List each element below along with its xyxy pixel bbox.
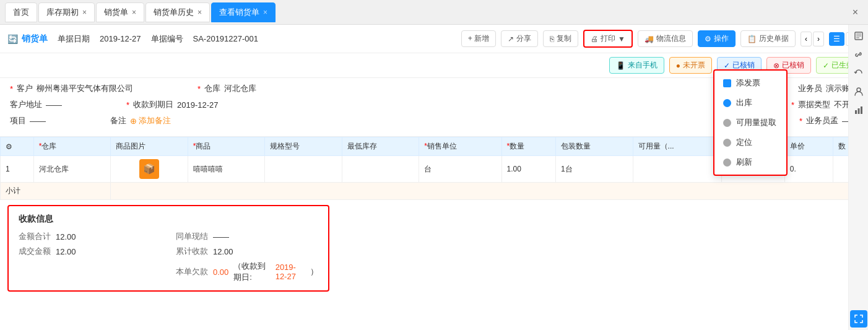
doc-actions: + 新增 ↗ 分享 ⎘ 复制 🖨 打印 ▼ 🚚 物流信息 — [461, 30, 861, 48]
cancel-icon: ⊗ — [773, 61, 779, 70]
payment-info: 收款信息 金额合计 12.00 同单现结 —— 成交金额 12.00 累计收款 … — [7, 205, 329, 292]
gear-icon: ⚙ — [6, 142, 12, 151]
copy-icon: ⎘ — [550, 35, 554, 43]
no-value: SA-20191227-001 — [193, 34, 259, 43]
operate-button[interactable]: ⚙ 操作 — [698, 30, 736, 47]
tab-close-inventory-init[interactable]: × — [82, 8, 87, 17]
col-qty: *数量 — [501, 137, 555, 156]
copy-button[interactable]: ⎘ 复制 — [543, 30, 578, 47]
qty-extract-icon — [723, 119, 731, 127]
address-field: 客户地址 —— — [10, 99, 62, 110]
operate-dropdown: 添发票 出库 可用量提取 定位 刷新 — [713, 69, 788, 176]
from-phone-button[interactable]: 📱 来自手机 — [609, 57, 664, 74]
history-button[interactable]: 📋 历史单据 — [740, 30, 796, 47]
tab-close-sales-order[interactable]: × — [132, 8, 136, 17]
row-qty: 1.00 — [501, 156, 555, 183]
tab-close-sales-history[interactable]: × — [197, 8, 202, 17]
svg-rect-5 — [855, 110, 857, 114]
menu-add-invoice[interactable]: 添发票 — [714, 73, 786, 93]
sidebar-link-icon[interactable] — [850, 46, 867, 63]
view-list-button[interactable]: ☰ — [829, 32, 844, 46]
sidebar-chart-icon[interactable] — [850, 102, 867, 119]
add-invoice-icon — [723, 79, 731, 87]
payment-grid: 金额合计 12.00 同单现结 —— 成交金额 12.00 累计收款 12.00… — [19, 231, 318, 283]
operate-icon: ⚙ — [705, 35, 711, 43]
add-icon: ⊕ — [130, 116, 137, 126]
logistics-button[interactable]: 🚚 物流信息 — [638, 30, 693, 47]
same-order-row: 同单现结 —— — [176, 231, 318, 242]
menu-qty-extract[interactable]: 可用量提取 — [714, 113, 786, 132]
menu-locate[interactable]: 定位 — [714, 132, 786, 152]
row-index: 1 — [1, 156, 34, 183]
row-price: 0. — [784, 156, 833, 183]
print-button[interactable]: 🖨 打印 ▼ — [583, 30, 633, 48]
date-label: 单据日期 — [58, 33, 90, 45]
outbound-icon — [723, 99, 731, 107]
subtotal-label: 小计 — [1, 183, 111, 200]
col-gear: ⚙ — [1, 137, 34, 156]
subtotal-row: 小计 — [1, 183, 868, 200]
refresh-icon — [723, 158, 731, 167]
payment-title: 收款信息 — [19, 214, 318, 225]
ticket-icon: ● — [676, 61, 680, 70]
add-note-button[interactable]: ⊕ 添加备注 — [130, 115, 171, 126]
nav-arrows: ‹ › — [801, 32, 824, 46]
row-unit: 台 — [419, 156, 501, 183]
menu-refresh[interactable]: 刷新 — [714, 152, 786, 172]
note-field: 备注 ⊕ 添加备注 — [110, 115, 171, 126]
tab-close-view-sales-order[interactable]: × — [263, 8, 267, 17]
svg-rect-6 — [857, 108, 859, 114]
check-icon: ✓ — [724, 61, 730, 70]
tab-home[interactable]: 首页 — [5, 2, 37, 22]
row-warehouse: 河北仓库 — [33, 156, 111, 183]
history-icon: 📋 — [747, 35, 757, 43]
effect-icon: ✓ — [823, 61, 829, 70]
row-product: 嘻嘻嘻嘻 — [188, 156, 265, 183]
close-all-button[interactable]: × — [848, 4, 863, 20]
tab-bar: 首页 库存期初 × 销货单 × 销货单历史 × 查看销货单 × × — [0, 0, 868, 25]
doc-icon: 🔄 — [7, 34, 18, 44]
sidebar-refresh-icon[interactable] — [850, 64, 867, 82]
not-open-button[interactable]: ● 未开票 — [669, 57, 712, 74]
share-button[interactable]: ↗ 分享 — [501, 30, 538, 47]
tab-inventory-init[interactable]: 库存期初 × — [38, 2, 95, 22]
new-button[interactable]: + 新增 — [461, 30, 496, 47]
col-spec: 规格型号 — [265, 137, 342, 156]
doc-title: 🔄 销货单 — [7, 33, 48, 45]
share-icon: ↗ — [508, 35, 514, 43]
tab-view-sales-order[interactable]: 查看销货单 × — [211, 2, 276, 22]
right-sidebar — [848, 25, 868, 330]
col-pack-qty: 包装数量 — [556, 137, 633, 156]
deal-row: 成交金额 12.00 — [19, 246, 161, 257]
total-row: 金额合计 12.00 — [19, 231, 161, 242]
svg-rect-7 — [861, 106, 862, 114]
cumulative-row: 累计收款 12.00 — [176, 246, 318, 257]
menu-outbound[interactable]: 出库 — [714, 93, 786, 113]
sidebar-user-icon[interactable] — [850, 83, 867, 100]
tab-sales-history[interactable]: 销货单历史 × — [145, 2, 210, 22]
customer-field: * 客户 柳州粤港平安气体有限公司 — [10, 83, 133, 94]
next-button[interactable]: › — [813, 32, 824, 46]
col-price: 单价 — [784, 137, 833, 156]
row-pack-qty: 1台 — [556, 156, 633, 183]
col-unit: *销售单位 — [419, 137, 501, 156]
svg-point-4 — [857, 88, 861, 92]
sidebar-expand-icon[interactable] — [850, 310, 867, 328]
doc-header: 🔄 销货单 单据日期 2019-12-27 单据编号 SA-20191227-0… — [0, 25, 868, 53]
main-content: 🔄 销货单 单据日期 2019-12-27 单据编号 SA-20191227-0… — [0, 25, 868, 330]
print-icon: 🖨 — [591, 35, 598, 43]
date-value: 2019-12-27 — [100, 34, 141, 43]
row-min-stock — [342, 156, 419, 183]
logistics-icon: 🚚 — [644, 35, 654, 43]
warehouse-field: * 仓库 河北仓库 — [197, 83, 256, 94]
tab-sales-order[interactable]: 销货单 × — [96, 2, 144, 22]
prev-button[interactable]: ‹ — [801, 32, 812, 46]
locate-icon — [723, 139, 731, 147]
col-min-stock: 最低库存 — [342, 137, 419, 156]
sidebar-notes-icon[interactable] — [850, 27, 867, 45]
col-warehouse: *仓库 — [33, 137, 111, 156]
row-spec — [265, 156, 342, 183]
col-image: 商品图片 — [111, 137, 188, 156]
no-label: 单据编号 — [151, 33, 183, 45]
phone-icon: 📱 — [616, 61, 625, 70]
